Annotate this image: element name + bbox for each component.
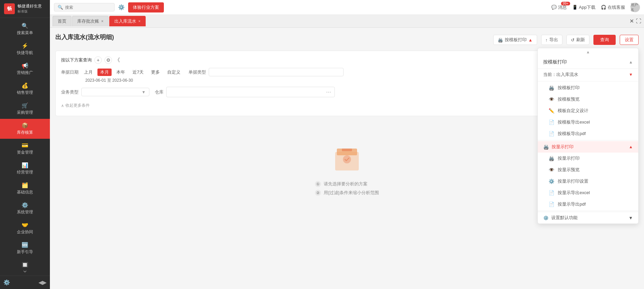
dropdown-current-text: 当前：出入库流水	[543, 72, 578, 78]
tip-1-num: ①	[315, 181, 321, 187]
print-dropdown-panel: ▲ 按模板打印 ▲ 当前：出入库流水 ▼ 🖨️ 按模板打印	[537, 48, 639, 224]
date-option-more[interactable]: 更多	[148, 69, 163, 76]
dropdown-item-display-preview[interactable]: 👁️ 按显示预览	[538, 164, 638, 176]
dropdown-item-display-print-settings[interactable]: ⚙️ 按显示打印设置	[538, 176, 638, 187]
sidebar-item-label: 库存核算	[17, 130, 33, 135]
warehouse-input[interactable]	[170, 89, 326, 95]
date-option-this-year[interactable]: 本年	[114, 69, 128, 76]
dropdown-item-display-print[interactable]: 🖨️ 按显示打印	[538, 153, 638, 164]
tab-inventory-flow-close[interactable]: ×	[138, 19, 141, 24]
close-all-tabs-icon[interactable]: ✕	[630, 18, 634, 24]
date-option-last-month[interactable]: 上月	[81, 69, 95, 76]
dropdown-header-chevron[interactable]: ▲	[629, 60, 633, 64]
filter-collapse-arrow[interactable]: 《	[115, 57, 120, 64]
operation-icon: 📊	[22, 162, 28, 168]
tab-inventory-flow-label: 出入库流水	[114, 18, 136, 24]
user-avatar[interactable]: 用户名	[631, 3, 640, 12]
trial-btn[interactable]: 体验行业方案	[128, 2, 164, 12]
display-section-title: 按显示打印	[552, 144, 629, 150]
dropdown-footer[interactable]: ⚙️ 设置默认功能 ▼	[538, 212, 638, 224]
topbar-gear-icon[interactable]: ⚙️	[118, 4, 125, 10]
sidebar-item-label: 营销推广	[17, 70, 33, 76]
export-btn[interactable]: ↑ 导出	[541, 35, 563, 45]
business-type-dropdown-arrow[interactable]: ▼	[142, 90, 146, 95]
query-btn[interactable]: 查询	[593, 35, 616, 45]
system-icon: ⚙️	[22, 202, 28, 208]
sidebar-item-apps[interactable]: 🔲 应用中心	[0, 258, 50, 267]
print-dropdown-arrow[interactable]: ▲	[528, 37, 533, 43]
sidebar-item-operation[interactable]: 📊 经营管理	[0, 159, 50, 179]
topbar-search-box[interactable]: 🔍	[54, 3, 115, 11]
dropdown-item-display-export-pdf[interactable]: 📄 按显示导出pdf	[538, 199, 638, 210]
sidebar-fold-icon[interactable]: ◀▶	[38, 279, 47, 286]
edit-icon: ✏️	[549, 108, 554, 113]
expand-tabs-icon[interactable]: ⛶	[636, 18, 641, 24]
message-icon: 💬	[551, 5, 557, 10]
topbar-right: 💬 消息 99+ 📱 App下载 🎧 在线客服 用户名	[551, 3, 640, 12]
dropdown-item-template-export-excel-label: 按模板导出excel	[558, 119, 633, 125]
sidebar-item-system[interactable]: ⚙️ 系统管理	[0, 199, 50, 218]
dropdown-item-template-export-pdf[interactable]: 📄 按模板导出pdf	[538, 128, 638, 139]
date-option-custom[interactable]: 自定义	[165, 69, 183, 76]
filter-add-btn[interactable]: +	[94, 56, 102, 64]
dropdown-item-template-preview[interactable]: 👁️ 按模板预览	[538, 94, 638, 105]
search-input[interactable]	[65, 5, 109, 10]
sidebar-item-marketing[interactable]: 📢 营销推广	[0, 59, 50, 79]
corp-icon: 🤝	[22, 222, 28, 228]
sidebar-item-finance[interactable]: 💳 资金管理	[0, 139, 50, 159]
purchase-icon: 🛒	[22, 102, 28, 109]
sidebar-item-purchase[interactable]: 🛒 采购管理	[0, 99, 50, 119]
sidebar-item-label: 销售管理	[17, 90, 33, 96]
dropdown-item-template-print[interactable]: 🖨️ 按模板打印	[538, 82, 638, 94]
sidebar-scroll-down[interactable]	[0, 267, 50, 275]
refresh-btn-label: 刷新	[576, 37, 585, 43]
tab-inventory-flow[interactable]: 出入库流水 ×	[109, 16, 146, 26]
dropdown-display-section-header[interactable]: 🖨️ 按显示打印 ▲	[538, 141, 638, 153]
service-btn[interactable]: 🎧 在线客服	[601, 4, 625, 10]
dropdown-current-item[interactable]: 当前：出入库流水 ▼	[538, 69, 638, 80]
sidebar-item-search[interactable]: 🔍 搜索菜单	[0, 19, 50, 39]
page-content: 出入库流水(流水明细) 🖨️ 按模板打印 ▲ ↑ 导出 ↺ 刷新	[50, 28, 644, 289]
sidebar-item-inventory[interactable]: 📦 库存核算	[0, 119, 50, 139]
tab-inventory-batch-close[interactable]: ×	[101, 19, 104, 24]
finance-icon: 💳	[22, 142, 28, 149]
sidebar-item-base[interactable]: 🗂️ 基础信息	[0, 179, 50, 199]
message-btn[interactable]: 💬 消息 99+	[551, 4, 567, 10]
topbar: 🔍 ⚙️ 体验行业方案 💬 消息 99+ 📱 App下载 🎧 在线客服	[50, 0, 644, 15]
dropdown-item-template-custom[interactable]: ✏️ 模板自定义设计	[538, 105, 638, 116]
sidebar-item-guide[interactable]: 🆕 新手引导	[0, 238, 50, 258]
date-option-7-days[interactable]: 近7天	[130, 69, 146, 76]
tip-2-num: ②	[315, 190, 321, 196]
sidebar-item-corp[interactable]: 🤝 企业协同	[0, 218, 50, 238]
business-type-input-wrapper: ▼	[81, 88, 149, 96]
dropdown-item-template-custom-label: 模板自定义设计	[558, 108, 633, 114]
display-section-collapse-icon[interactable]: ▲	[629, 144, 633, 149]
warehouse-more-btn[interactable]: ···	[326, 88, 331, 96]
settings-btn[interactable]: 设置	[620, 35, 639, 45]
date-option-this-month[interactable]: 本月	[97, 69, 112, 76]
search-icon: 🔍	[22, 23, 28, 29]
tab-inventory-batch[interactable]: 库存批次账 ×	[72, 16, 109, 26]
tab-home[interactable]: 首页	[53, 16, 71, 26]
dropdown-scroll-up[interactable]: ▲	[538, 48, 638, 56]
sidebar-item-label: 经营管理	[17, 169, 33, 175]
dropdown-item-display-export-excel-label: 按显示导出excel	[558, 190, 633, 196]
dropdown-item-display-print-settings-label: 按显示打印设置	[558, 178, 633, 184]
sidebar-item-sales[interactable]: 💰 销售管理	[0, 79, 50, 99]
sidebar-item-quick-nav[interactable]: ⚡ 快捷导航	[0, 39, 50, 59]
dropdown-item-template-export-excel[interactable]: 📄 按模板导出excel	[538, 116, 638, 128]
dropdown-divider-3	[538, 211, 638, 211]
user-name: 用户名	[631, 2, 640, 12]
tip-1-text: 请先选择要分析的方案	[324, 181, 368, 187]
refresh-btn[interactable]: ↺ 刷新	[566, 35, 589, 45]
dropdown-item-display-export-excel[interactable]: 📄 按显示导出excel	[538, 187, 638, 199]
dropdown-divider-1	[538, 81, 638, 81]
tabs-end: ✕ ⛶	[630, 18, 641, 24]
headset-icon: 🎧	[601, 5, 606, 10]
voucher-type-select[interactable]	[209, 68, 344, 76]
filter-settings-btn[interactable]: ⚙	[105, 56, 112, 64]
app-download-btn[interactable]: 📱 App下载	[572, 4, 595, 10]
print-btn[interactable]: 🖨️ 按模板打印 ▲	[493, 35, 537, 45]
sidebar-settings-icon[interactable]: ⚙️	[3, 279, 10, 286]
business-type-input[interactable]	[85, 89, 142, 95]
